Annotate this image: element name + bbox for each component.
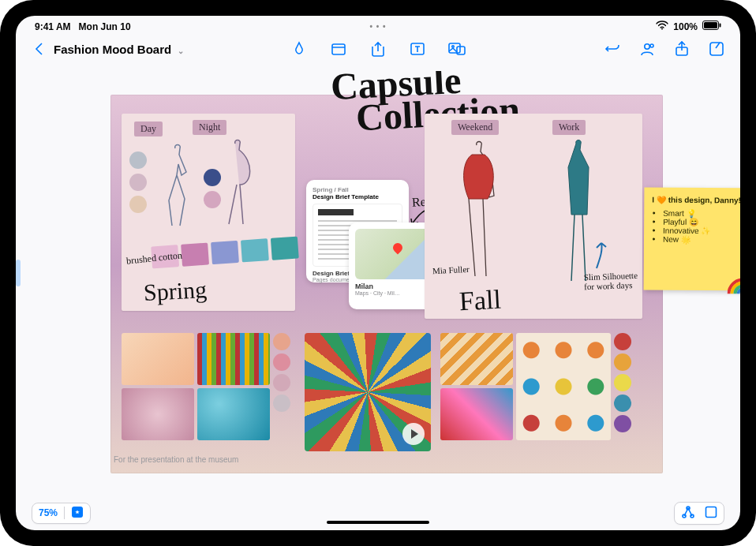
- rainbow-icon: [728, 271, 740, 295]
- color-dot: [129, 174, 147, 191]
- image-thumb: [122, 333, 194, 385]
- sticky-list: Smart 💡 Playful 😄 Innovative ✨ New 🌟: [663, 209, 740, 245]
- zoom-value: 75%: [39, 507, 58, 518]
- sketch-night-figure: [213, 137, 276, 240]
- canvas-viewport[interactable]: Capsule Collection Day Night: [16, 71, 740, 496]
- svg-rect-3: [720, 24, 721, 28]
- chevron-down-icon: ⌄: [178, 47, 184, 55]
- image-thumb: [440, 388, 513, 440]
- day-tag[interactable]: Day: [134, 122, 163, 136]
- screen: 9:41 AM Mon Jun 10 • • • 100%: [16, 16, 740, 530]
- markup-tool-button[interactable]: [290, 39, 309, 58]
- svg-point-8: [452, 46, 455, 48]
- fall-palette-dots: [614, 333, 631, 440]
- image-thumb: [197, 333, 270, 385]
- color-dot: [204, 169, 221, 186]
- home-indicator[interactable]: [327, 521, 429, 524]
- svg-rect-4: [332, 44, 345, 54]
- color-dot: [129, 196, 147, 213]
- mood-board-canvas[interactable]: Capsule Collection Day Night: [110, 95, 663, 473]
- battery-percent: 100%: [673, 21, 698, 32]
- image-thumb: [516, 333, 611, 440]
- sketch-weekend-figure: [440, 137, 519, 287]
- sticky-heading: I 🧡 this design, Danny!: [652, 196, 740, 205]
- new-board-button[interactable]: [707, 39, 726, 58]
- status-bar: 9:41 AM Mon Jun 10 • • • 100%: [16, 16, 740, 32]
- view-tools: [674, 502, 724, 525]
- wifi-icon: [656, 21, 668, 32]
- image-thumb: [440, 333, 513, 385]
- color-dot: [129, 151, 147, 169]
- sticky-note[interactable]: I 🧡 this design, Danny! Smart 💡 Playful …: [644, 188, 740, 291]
- ipad-device-frame: 9:41 AM Mon Jun 10 • • • 100%: [0, 0, 756, 546]
- insert-media-button[interactable]: [447, 39, 466, 58]
- weekend-tag[interactable]: Weekend: [451, 120, 499, 135]
- text-box-button[interactable]: [408, 39, 427, 58]
- add-file-button[interactable]: [369, 39, 387, 58]
- battery-icon: [702, 21, 721, 32]
- play-button[interactable]: [402, 423, 425, 445]
- fall-collage[interactable]: [440, 333, 631, 440]
- status-time: 9:41 AM: [35, 21, 71, 32]
- spring-palette-dots: [273, 333, 290, 440]
- share-button[interactable]: [672, 39, 691, 58]
- board-title[interactable]: Fashion Mood Board ⌄: [54, 43, 184, 56]
- svg-point-0: [661, 28, 663, 30]
- status-date: Mon Jun 10: [79, 21, 131, 32]
- svg-rect-18: [706, 507, 717, 517]
- graph-view-icon[interactable]: [681, 505, 695, 522]
- doc-card-header: Spring / FallDesign Brief Template: [313, 186, 402, 200]
- board-caption: For the presentation at the museum: [114, 455, 238, 464]
- app-toolbar: Fashion Mood Board ⌄: [16, 32, 740, 64]
- pattern-video[interactable]: [305, 333, 431, 451]
- svg-rect-13: [710, 43, 723, 55]
- work-tag[interactable]: Work: [552, 120, 586, 135]
- spring-collage[interactable]: [122, 333, 290, 440]
- multitask-dots-icon[interactable]: • • •: [369, 22, 386, 31]
- image-thumb: [197, 388, 270, 440]
- spring-label: Spring: [143, 276, 208, 306]
- divider: [64, 507, 65, 519]
- sticky-note-button[interactable]: [329, 39, 348, 58]
- favorite-view-icon[interactable]: [71, 506, 84, 521]
- arrow-icon: [592, 240, 611, 271]
- board-title-text: Fashion Mood Board: [54, 43, 171, 56]
- night-tag[interactable]: Night: [193, 120, 226, 135]
- svg-point-10: [645, 44, 649, 49]
- collaborate-button[interactable]: [638, 39, 657, 58]
- spring-left-palette: [129, 151, 147, 213]
- svg-rect-2: [704, 22, 717, 28]
- sketch-day-figure: [158, 140, 213, 235]
- svg-point-11: [650, 44, 653, 47]
- svg-rect-7: [449, 43, 460, 53]
- fall-panel[interactable]: Weekend Work Mia Fuller Slim Silhouette …: [425, 114, 642, 319]
- fall-label: Fall: [458, 285, 502, 317]
- bottom-bar: 75%: [16, 496, 740, 530]
- color-dot: [204, 191, 221, 208]
- fabric-swatches: [151, 237, 299, 269]
- zoom-control[interactable]: 75%: [32, 503, 91, 524]
- undo-button[interactable]: [603, 39, 622, 58]
- back-button[interactable]: [30, 39, 49, 58]
- image-thumb: [122, 388, 194, 440]
- minimap-icon[interactable]: [705, 506, 717, 521]
- spring-panel[interactable]: Day Night: [122, 114, 295, 311]
